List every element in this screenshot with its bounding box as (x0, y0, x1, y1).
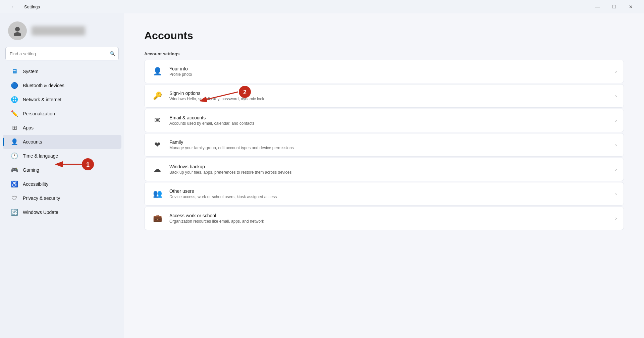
sidebar-item-label-system: System (23, 69, 39, 74)
email-accounts-text: Email & accountsAccounts used by email, … (169, 115, 609, 126)
access-work-school-title: Access work or school (169, 213, 609, 218)
windows-backup-chevron-icon: › (615, 167, 617, 172)
apps-icon: ⊞ (11, 124, 18, 131)
svg-point-1 (14, 32, 21, 36)
search-icon: 🔍 (110, 51, 115, 56)
sidebar-item-label-time: Time & language (23, 153, 58, 159)
settings-item-windows-backup[interactable]: ☁Windows backupBack up your files, apps,… (144, 158, 624, 181)
email-accounts-chevron-icon: › (615, 118, 617, 123)
other-users-description: Device access, work or school users, kio… (169, 194, 609, 199)
accounts-icon: 👤 (11, 138, 18, 146)
windows-backup-text: Windows backupBack up your files, apps, … (169, 164, 609, 175)
title-bar-controls: — ❐ ✕ (590, 1, 639, 12)
sidebar-item-label-privacy: Privacy & security (23, 195, 60, 201)
sign-in-options-chevron-icon: › (615, 93, 617, 99)
sidebar-item-bluetooth[interactable]: 🔵Bluetooth & devices (3, 78, 121, 93)
gaming-icon: 🎮 (11, 166, 18, 174)
access-work-school-text: Access work or schoolOrganization resour… (169, 213, 609, 224)
access-work-school-icon: 💼 (151, 212, 163, 224)
family-icon: ❤ (151, 139, 163, 151)
windows-backup-title: Windows backup (169, 164, 609, 169)
email-accounts-title: Email & accounts (169, 115, 609, 120)
other-users-title: Other users (169, 188, 609, 194)
sidebar-item-accessibility[interactable]: ♿Accessibility (3, 177, 121, 191)
profile-section (0, 13, 124, 47)
settings-item-access-work-school[interactable]: 💼Access work or schoolOrganization resou… (144, 207, 624, 230)
settings-item-other-users[interactable]: 👥Other usersDevice access, work or schoo… (144, 182, 624, 206)
settings-item-sign-in-options[interactable]: 🔑Sign-in optionsWindows Hello, security … (144, 84, 624, 108)
nav-list: 🖥System🔵Bluetooth & devices🌐Network & in… (0, 64, 124, 219)
family-title: Family (169, 139, 609, 145)
other-users-icon: 👥 (151, 188, 163, 200)
network-icon: 🌐 (11, 96, 18, 103)
your-info-title: Your info (169, 66, 609, 71)
family-chevron-icon: › (615, 142, 617, 148)
your-info-text: Your infoProfile photo (169, 66, 609, 77)
update-icon: 🔄 (11, 209, 18, 216)
svg-point-0 (15, 27, 20, 32)
your-info-chevron-icon: › (615, 69, 617, 74)
app-body: 🔍 🖥System🔵Bluetooth & devices🌐Network & … (0, 13, 644, 338)
privacy-icon: 🛡 (11, 194, 18, 202)
avatar (8, 21, 27, 40)
settings-item-your-info[interactable]: 👤Your infoProfile photo› (144, 60, 624, 83)
access-work-school-description: Organization resources like email, apps,… (169, 219, 609, 224)
main-content: Accounts Account settings 👤Your infoProf… (124, 13, 644, 338)
time-icon: 🕐 (11, 152, 18, 160)
back-button[interactable]: ← (5, 1, 21, 12)
sidebar-item-personalization[interactable]: ✏️Personalization (3, 107, 121, 121)
other-users-chevron-icon: › (615, 191, 617, 196)
minimize-button[interactable]: — (590, 1, 605, 12)
other-users-text: Other usersDevice access, work or school… (169, 188, 609, 199)
your-info-description: Profile photo (169, 72, 609, 77)
search-input[interactable] (5, 47, 119, 60)
sidebar-item-update[interactable]: 🔄Windows Update (3, 205, 121, 219)
sign-in-options-icon: 🔑 (151, 90, 163, 102)
sidebar-item-label-personalization: Personalization (23, 111, 55, 116)
windows-backup-description: Back up your files, apps, preferences to… (169, 170, 609, 175)
email-accounts-icon: ✉ (151, 114, 163, 126)
sign-in-options-text: Sign-in optionsWindows Hello, security k… (169, 91, 609, 101)
system-icon: 🖥 (11, 68, 18, 75)
settings-list: 👤Your infoProfile photo›🔑Sign-in options… (144, 60, 624, 230)
sidebar-item-label-network: Network & internet (23, 97, 61, 102)
accessibility-icon: ♿ (11, 180, 18, 188)
family-description: Manage your family group, edit account t… (169, 146, 609, 150)
sidebar-item-accounts[interactable]: 👤Accounts (3, 135, 121, 149)
sidebar-item-network[interactable]: 🌐Network & internet (3, 93, 121, 107)
bluetooth-icon: 🔵 (11, 82, 18, 89)
access-work-school-chevron-icon: › (615, 216, 617, 221)
settings-item-family[interactable]: ❤FamilyManage your family group, edit ac… (144, 133, 624, 157)
windows-backup-icon: ☁ (151, 163, 163, 175)
sign-in-options-title: Sign-in options (169, 91, 609, 96)
sidebar-item-label-gaming: Gaming (23, 167, 39, 173)
sidebar-item-system[interactable]: 🖥System (3, 64, 121, 78)
section-label: Account settings (144, 51, 624, 56)
settings-item-email-accounts[interactable]: ✉Email & accountsAccounts used by email,… (144, 109, 624, 132)
search-box: 🔍 (5, 47, 119, 60)
personalization-icon: ✏️ (11, 110, 18, 117)
title-bar-title: Settings (24, 4, 40, 9)
sidebar-item-privacy[interactable]: 🛡Privacy & security (3, 191, 121, 205)
sidebar: 🔍 🖥System🔵Bluetooth & devices🌐Network & … (0, 13, 124, 338)
title-bar: ← Settings — ❐ ✕ (0, 0, 644, 13)
close-button[interactable]: ✕ (623, 1, 639, 12)
sidebar-item-gaming[interactable]: 🎮Gaming (3, 163, 121, 177)
sidebar-item-label-apps: Apps (23, 125, 34, 130)
your-info-icon: 👤 (151, 65, 163, 77)
sidebar-item-label-accessibility: Accessibility (23, 181, 48, 187)
title-bar-left: ← Settings (5, 1, 40, 12)
page-title: Accounts (144, 30, 624, 42)
profile-name (32, 26, 85, 36)
email-accounts-description: Accounts used by email, calendar, and co… (169, 121, 609, 126)
maximize-button[interactable]: ❐ (606, 1, 622, 12)
family-text: FamilyManage your family group, edit acc… (169, 139, 609, 150)
sidebar-item-label-update: Windows Update (23, 210, 58, 215)
sidebar-item-label-bluetooth: Bluetooth & devices (23, 83, 64, 88)
sidebar-item-label-accounts: Accounts (23, 139, 42, 145)
sign-in-options-description: Windows Hello, security key, password, d… (169, 97, 609, 101)
sidebar-item-apps[interactable]: ⊞Apps (3, 121, 121, 135)
sidebar-item-time[interactable]: 🕐Time & language (3, 149, 121, 163)
